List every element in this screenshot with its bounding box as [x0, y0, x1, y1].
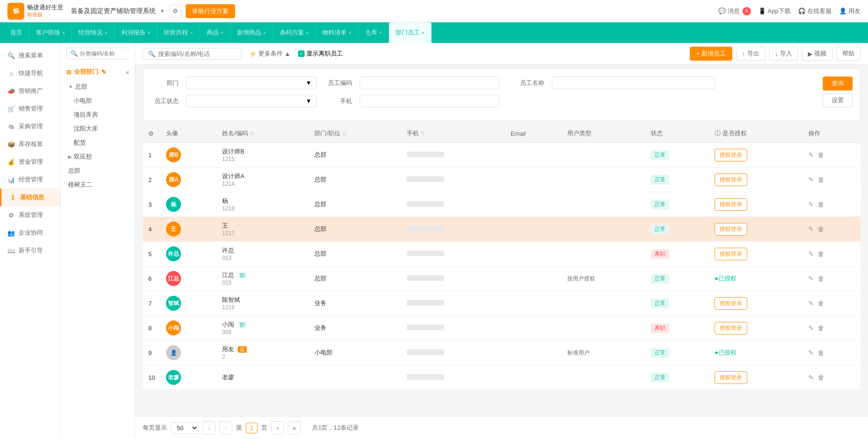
nav-tab-close[interactable]: × — [422, 30, 424, 35]
th-name[interactable]: 姓名/编码⇅ — [216, 125, 309, 143]
add-employee-button[interactable]: + 新增员工 — [690, 47, 732, 61]
delete-icon[interactable]: 🗑 — [818, 151, 824, 159]
nav-tab-新增商品[interactable]: 新增商品× — [230, 22, 273, 43]
sidebar-item-企业协同[interactable]: 👥企业协同 — [0, 224, 60, 242]
th-settings[interactable]: ⚙ — [143, 125, 160, 143]
tree-node-zhishuwang[interactable]: 植树王二 — [61, 178, 135, 192]
reset-button[interactable]: 设置 — [823, 93, 853, 107]
export-button[interactable]: ↑ 导出 — [736, 47, 765, 61]
edit-icon[interactable]: ✎ — [808, 349, 814, 356]
online-service-item[interactable]: 🎧 在线客服 — [798, 7, 832, 15]
delete-icon[interactable]: 🗑 — [818, 250, 824, 258]
auth-login-button[interactable]: 授权登录 — [715, 198, 747, 211]
th-phone[interactable]: 手机⇅ — [401, 125, 505, 143]
edit-icon[interactable]: ✎ — [808, 201, 814, 208]
nav-tab-close[interactable]: × — [62, 30, 65, 35]
auth-login-button[interactable]: 授权登录 — [715, 297, 747, 310]
dept-search-wrap[interactable]: 🔍 — [66, 48, 129, 59]
nav-tab-首页[interactable]: 首页 — [4, 22, 29, 43]
search-wrap[interactable]: 🔍 — [143, 48, 242, 60]
nav-tab-经营历程[interactable]: 经营历程× — [157, 22, 200, 43]
employee-name-input[interactable] — [552, 77, 715, 89]
edit-icon[interactable]: ✎ — [808, 250, 814, 258]
tree-node-zongbu2[interactable]: 总部 — [61, 164, 135, 178]
sidebar-item-快捷导航[interactable]: ⌂快捷导航 — [0, 64, 60, 82]
tree-node-xiangmuküfang[interactable]: 项目库房 — [61, 108, 135, 122]
nav-tab-close[interactable]: × — [221, 30, 223, 35]
edit-icon[interactable]: ✎ — [808, 151, 814, 159]
employee-code-input[interactable] — [360, 77, 500, 89]
delete-icon[interactable]: 🗑 — [818, 201, 824, 208]
edit-icon[interactable]: ✎ — [808, 300, 814, 307]
first-page-button[interactable]: « — [202, 421, 215, 434]
tree-node-shuangying[interactable]: ▶ 双应想 — [61, 150, 135, 164]
th-dept[interactable]: 部门/职位⇅ — [309, 125, 401, 143]
nav-tab-仓库[interactable]: 仓库× — [359, 22, 389, 43]
edit-icon[interactable]: ✎ — [808, 176, 814, 183]
nav-tab-部门员工[interactable]: 部门员工× — [389, 22, 431, 43]
delete-icon[interactable]: 🗑 — [818, 225, 824, 233]
next-page-button[interactable]: › — [271, 421, 284, 434]
delete-icon[interactable]: 🗑 — [818, 176, 824, 183]
edit-icon[interactable]: ✎ — [808, 324, 814, 332]
prev-page-button[interactable]: ‹ — [219, 421, 232, 434]
tree-node-zongbu-parent[interactable]: ▼ 总部 — [61, 80, 135, 94]
view-button[interactable]: ▶ 视频 — [802, 47, 833, 61]
nav-tab-商品[interactable]: 商品× — [200, 22, 230, 43]
nav-tab-close[interactable]: × — [190, 30, 193, 35]
phone-input[interactable] — [360, 95, 500, 107]
search-button[interactable]: 查询 — [823, 77, 853, 91]
show-left-employees[interactable]: ✓ 显示离职员工 — [298, 49, 343, 58]
tree-node-xiaodibu[interactable]: 小电部 — [61, 94, 135, 108]
add-dept-icon[interactable]: ✎ — [101, 69, 106, 76]
system-dropdown-arrow[interactable]: ▼ — [160, 8, 165, 14]
delete-icon[interactable]: 🗑 — [818, 374, 824, 381]
collapse-icon[interactable]: « — [126, 69, 129, 76]
sidebar-item-营销推广[interactable]: 📣营销推广 — [0, 82, 60, 100]
nav-tab-经营情况[interactable]: 经营情况× — [72, 22, 114, 43]
delete-icon[interactable]: 🗑 — [818, 275, 824, 282]
nav-tab-close[interactable]: × — [379, 30, 382, 35]
search-input[interactable] — [158, 50, 236, 57]
nav-tab-close[interactable]: × — [104, 30, 107, 35]
delete-icon[interactable]: 🗑 — [818, 349, 824, 356]
show-left-checkbox[interactable]: ✓ — [298, 50, 305, 57]
nav-tab-close[interactable]: × — [348, 30, 351, 35]
delete-icon[interactable]: 🗑 — [818, 324, 824, 332]
sidebar-item-资金管理[interactable]: 💰资金管理 — [0, 153, 60, 171]
tree-node-peihuo[interactable]: 配货 — [61, 136, 135, 150]
sidebar-item-经营管理[interactable]: 📊经营管理 — [0, 171, 60, 188]
import-button[interactable]: ↓ 导入 — [769, 47, 799, 61]
sidebar-item-基础信息[interactable]: ℹ基础信息 — [0, 188, 60, 206]
nav-tab-物料清单[interactable]: 物料清单× — [316, 22, 358, 43]
tree-node-shenyangdaku[interactable]: 沈阳大库 — [61, 122, 135, 136]
nav-tab-close[interactable]: × — [147, 30, 150, 35]
edit-icon[interactable]: ✎ — [808, 225, 814, 233]
sidebar-item-系统管理[interactable]: ⚙系统管理 — [0, 206, 60, 224]
auth-login-button[interactable]: 授权登录 — [715, 174, 747, 186]
gear-button[interactable]: ⚙ — [169, 5, 182, 18]
nav-tab-close[interactable]: × — [263, 30, 266, 35]
sidebar-item-销售管理[interactable]: 🛒销售管理 — [0, 100, 60, 118]
auth-login-button[interactable]: 授权登录 — [715, 223, 747, 236]
nav-tab-close[interactable]: × — [306, 30, 309, 35]
auth-login-button[interactable]: 授权登录 — [715, 371, 747, 384]
help-button[interactable]: 帮助 — [836, 47, 861, 61]
dept-search-input[interactable] — [80, 50, 135, 57]
all-dept-item[interactable]: ⊞ 全部部门 ✎ « — [61, 64, 135, 80]
dept-select[interactable]: ▼ — [186, 77, 317, 89]
message-item[interactable]: 💬 消息 6 — [718, 7, 751, 15]
sidebar-item-新手引导[interactable]: 📖新手引导 — [0, 242, 60, 259]
last-page-button[interactable]: » — [288, 421, 301, 434]
sidebar-item-搜索菜单[interactable]: 🔍搜索菜单 — [0, 47, 60, 64]
user-item[interactable]: 👤 用友 — [839, 7, 861, 15]
trial-button[interactable]: 体验行业方案 — [186, 4, 235, 18]
delete-icon[interactable]: 🗑 — [818, 300, 824, 307]
edit-icon[interactable]: ✎ — [808, 275, 814, 282]
nav-tab-客户联络[interactable]: 客户联络× — [29, 22, 72, 43]
page-size-select[interactable]: 50 100 — [171, 422, 199, 434]
nav-tab-利润报告[interactable]: 利润报告× — [115, 22, 157, 43]
sidebar-item-采购管理[interactable]: 🛍采购管理 — [0, 118, 60, 135]
auth-login-button[interactable]: 授权登录 — [715, 248, 747, 260]
edit-icon[interactable]: ✎ — [808, 374, 814, 381]
